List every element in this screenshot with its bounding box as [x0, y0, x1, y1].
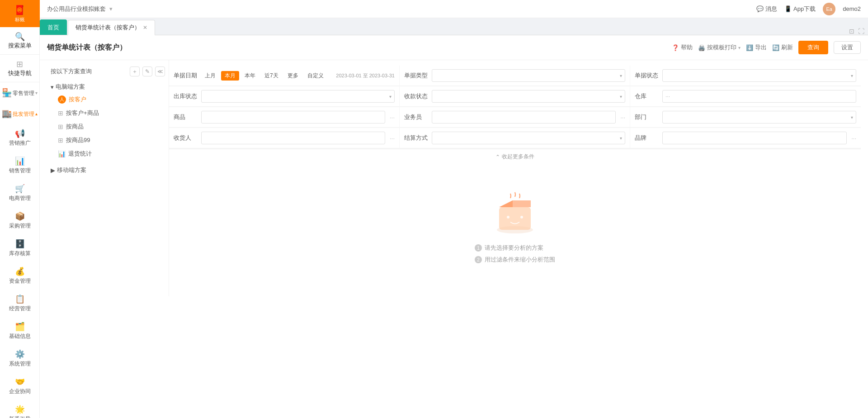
topbar-app-download-btn[interactable]: 📱 App下载	[784, 5, 816, 13]
template-print-btn[interactable]: 🖨️ 按模板打印 ▾	[698, 43, 741, 52]
empty-tips: 1 请先选择要分析的方案 2 用过滤条件来缩小分析范围	[475, 244, 555, 264]
doc-type-select[interactable]: ▾	[432, 69, 625, 82]
doc-status-label: 单据状态	[635, 71, 660, 80]
sidebar-item-retail[interactable]: 🏪 零售管理 ▾	[0, 82, 39, 103]
recipient-dots[interactable]: ···	[390, 135, 395, 142]
sidebar-item-guide[interactable]: 🌟 新手引导	[0, 400, 39, 418]
settlement-select[interactable]: ▾	[432, 132, 625, 144]
goods-input[interactable]	[201, 111, 385, 124]
filter-cell-settlement: 结算方式 ▾	[400, 128, 630, 148]
collapse-label: 收起更多条件	[502, 153, 534, 161]
sidebar-item-marketing[interactable]: 📢 营销推广	[0, 124, 39, 152]
template-print-label: 按模板打印	[707, 43, 736, 52]
warehouse-input[interactable]: ···	[662, 90, 856, 103]
plan-goods99-icon: ⊞	[58, 137, 63, 144]
sidebar-marketing-label: 营销推广	[9, 139, 31, 147]
tab-restore-icon[interactable]: ⊡	[849, 28, 854, 35]
empty-illustration	[488, 191, 542, 237]
topbar-title: 办公用品行业模拟账套 ▾	[47, 5, 751, 13]
help-label: 帮助	[681, 43, 693, 52]
plan-item-customer-goods[interactable]: ⊞ 按客户+商品	[47, 106, 169, 120]
department-label: 部门	[635, 113, 660, 121]
help-btn[interactable]: ❓ 帮助	[672, 43, 693, 52]
plan-return-icon: 📊	[58, 150, 66, 157]
sidebar-item-collab[interactable]: 🤝 企业协同	[0, 372, 39, 400]
refresh-btn[interactable]: 🔄 刷新	[772, 43, 793, 52]
plan-item-goods99[interactable]: ⊞ 按商品99	[47, 133, 169, 147]
tip-num-1: 1	[475, 244, 482, 252]
sidebar-nav-item[interactable]: ⊞ 快捷导航	[0, 55, 39, 82]
logo-icon: 🧧	[14, 5, 25, 15]
sidebar-item-ecommerce[interactable]: 🛒 电商管理	[0, 179, 39, 207]
brand-input[interactable]	[662, 132, 847, 144]
pc-plan-group-title[interactable]: ▾ 电脑端方案	[47, 81, 169, 93]
tab-home[interactable]: 首页	[40, 19, 67, 35]
sidebar-item-inventory[interactable]: 🗄️ 库存核算	[0, 234, 39, 262]
out-status-select[interactable]: ▾	[201, 90, 395, 103]
settlement-arrow: ▾	[620, 136, 622, 141]
page-title: 销货单统计表（按客户）	[47, 43, 672, 52]
filter-cell-doc-status: 单据状态 ▾	[630, 66, 861, 86]
collapse-more-btn[interactable]: ⌃ 收起更多条件	[169, 149, 861, 164]
tab-bar: 首页 销货单统计表（按客户） ✕ ⊡ ⛶	[40, 18, 868, 35]
recipient-input[interactable]	[201, 132, 385, 144]
topbar-title-arrow[interactable]: ▾	[109, 5, 113, 12]
filter-row-1: 单据日期 上月 本月 本年 近7天 更多 自定义 2023-03-01	[169, 66, 861, 86]
tab-home-label: 首页	[47, 24, 59, 32]
brand-dots[interactable]: ···	[851, 135, 856, 142]
sidebar: 🧧 标账 🔍 搜索菜单 ⊞ 快捷导航 🏪 零售管理 ▾ 🏬 批发管理 ▴ 📢 营…	[0, 0, 40, 418]
sidebar-item-sales[interactable]: 📊 销售管理	[0, 152, 39, 179]
sidebar-item-wholesale[interactable]: 🏬 批发管理 ▴	[0, 103, 39, 124]
sidebar-item-base[interactable]: 🗂️ 基础信息	[0, 317, 39, 345]
salesperson-dots[interactable]: ···	[620, 114, 625, 121]
date-btn-this-month[interactable]: 本月	[221, 71, 239, 81]
date-btn-7days[interactable]: 近7天	[261, 71, 282, 81]
sidebar-item-management[interactable]: 📋 经营管理	[0, 290, 39, 317]
filter-cell-out-status: 出库状态 ▾	[169, 86, 400, 107]
sidebar-inventory-label: 库存核算	[9, 250, 31, 257]
department-select[interactable]: ▾	[662, 111, 856, 124]
goods-label: 商品	[174, 113, 198, 121]
sidebar-nav-label: 快捷导航	[0, 69, 39, 77]
date-btn-last-month[interactable]: 上月	[201, 71, 219, 81]
sidebar-search-item[interactable]: 🔍 搜索菜单	[0, 27, 39, 55]
plan-item-return-stat[interactable]: 📊 退货统计	[47, 147, 169, 161]
topbar-message-btn[interactable]: 💬 消息	[756, 5, 777, 13]
plan-goods-label: 按商品	[66, 123, 84, 131]
sidebar-sales-label: 销售管理	[9, 167, 31, 175]
doc-status-select[interactable]: ▾	[662, 69, 856, 82]
sidebar-item-finance[interactable]: 💰 资金管理	[0, 262, 39, 290]
edit-plan-icon[interactable]: ✎	[142, 66, 152, 76]
mobile-plan-group-title[interactable]: ▶ 移动端方案	[47, 164, 169, 176]
mobile-plan-title-text: 移动端方案	[57, 166, 86, 174]
export-icon: ⬇️	[746, 44, 753, 51]
goods-dots[interactable]: ···	[390, 114, 395, 121]
date-btn-custom[interactable]: 自定义	[304, 71, 327, 81]
date-btn-this-year[interactable]: 本年	[241, 71, 259, 81]
tab-sales-stat-close[interactable]: ✕	[143, 24, 147, 31]
sidebar-ecommerce-label: 电商管理	[9, 195, 31, 202]
plan-item-goods[interactable]: ⊞ 按商品	[47, 120, 169, 133]
date-btn-more[interactable]: 更多	[284, 71, 302, 81]
sidebar-collab-label: 企业协同	[9, 388, 31, 395]
refresh-label: 刷新	[781, 43, 793, 52]
collapse-panel-icon[interactable]: ≪	[155, 66, 165, 76]
sidebar-item-purchase[interactable]: 📦 采购管理	[0, 207, 39, 234]
empty-state: 1 请先选择要分析的方案 2 用过滤条件来缩小分析范围	[169, 164, 861, 291]
user-avatar: Ea	[823, 3, 835, 15]
sidebar-item-system[interactable]: ⚙️ 系统管理	[0, 345, 39, 372]
query-btn[interactable]: 查询	[798, 41, 828, 54]
tab-sales-stat[interactable]: 销货单统计表（按客户） ✕	[68, 20, 155, 35]
add-plan-icon[interactable]: ＋	[130, 66, 140, 76]
plan-item-customer[interactable]: 人 按客户	[47, 93, 169, 106]
export-btn[interactable]: ⬇️ 导出	[746, 43, 767, 52]
tab-expand-icon[interactable]: ⛶	[858, 28, 864, 35]
payment-status-select[interactable]: ▾	[432, 90, 625, 103]
sidebar-search-label: 搜索菜单	[0, 42, 39, 50]
filter-left-icons: ＋ ✎ ≪	[130, 66, 165, 76]
settings-btn[interactable]: 设置	[834, 41, 861, 54]
template-print-arrow: ▾	[738, 45, 741, 50]
topbar-right: 💬 消息 📱 App下载 Ea demo2	[756, 3, 861, 15]
sidebar-purchase-label: 采购管理	[9, 222, 31, 230]
salesperson-input[interactable]	[432, 111, 616, 124]
